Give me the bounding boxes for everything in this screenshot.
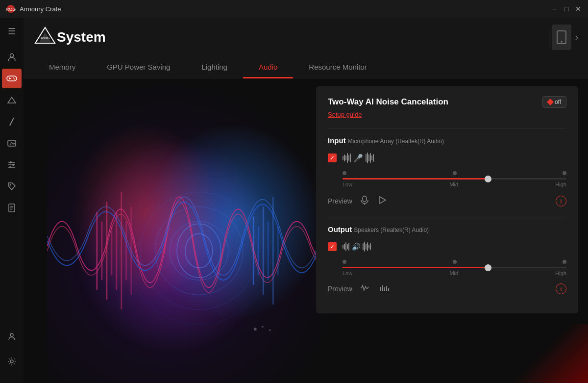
app-icon: ROG: [6, 4, 16, 14]
input-section: Input Microphone Array (Realtek(R) Audio…: [328, 128, 566, 217]
output-slider-dots: [343, 260, 566, 264]
input-play-button[interactable]: [377, 194, 389, 208]
sidebar-item-settings[interactable]: [2, 352, 22, 371]
sidebar-item-gamevisual[interactable]: [2, 133, 22, 153]
svg-rect-41: [121, 192, 122, 310]
speaker-icon: 🔊: [352, 243, 360, 251]
noise-cancel-card: Two-Way AI Noise Cancelation off Setup g…: [316, 86, 578, 313]
output-preview-label: Preview: [328, 285, 352, 293]
sidebar-item-menu[interactable]: ☰: [2, 22, 22, 41]
input-slider-section: Low Mid High: [343, 171, 566, 187]
right-panel: Two-Way AI Noise Cancelation off Setup g…: [306, 75, 588, 383]
output-slider-section: Low Mid High: [343, 260, 566, 276]
input-slider-labels: Low Mid High: [343, 181, 566, 187]
output-section: Output Speakers (Realtek(R) Audio) �: [328, 217, 566, 304]
microphone-icon: 🎤: [353, 153, 363, 163]
svg-point-12: [10, 161, 12, 163]
svg-rect-49: [277, 227, 279, 276]
svg-rect-3: [7, 76, 17, 81]
sidebar-item-manual[interactable]: [2, 198, 22, 218]
card-title: Two-Way AI Noise Cancelation: [328, 97, 448, 107]
input-waveform: 🎤: [343, 151, 374, 165]
output-slider-labels: Low Mid High: [343, 270, 566, 276]
sidebar-item-triangle[interactable]: [2, 90, 22, 110]
output-info-icon[interactable]: i: [556, 283, 566, 294]
main-layout: ☰: [0, 18, 588, 383]
slider-dot-low-out: [343, 260, 346, 264]
sidebar-item-user[interactable]: [2, 47, 22, 67]
input-slider-dots: [343, 171, 566, 175]
output-slider-thumb[interactable]: [485, 264, 491, 271]
svg-rect-39: [111, 227, 112, 276]
svg-point-13: [12, 164, 14, 166]
minimize-button[interactable]: ─: [551, 5, 559, 13]
output-waveform: 🔊: [343, 239, 371, 254]
svg-rect-44: [253, 217, 254, 285]
output-checkbox[interactable]: [328, 242, 337, 251]
tab-audio[interactable]: Audio: [243, 57, 293, 78]
slider-dot-high: [563, 171, 566, 175]
svg-text:ROG: ROG: [6, 7, 16, 12]
svg-rect-45: [258, 227, 259, 276]
sidebar-item-sliders[interactable]: [2, 155, 22, 175]
slider-dot-mid: [453, 171, 457, 175]
svg-rect-37: [101, 222, 102, 281]
svg-rect-46: [263, 207, 264, 295]
tab-resource[interactable]: Resource Monitor: [293, 57, 382, 78]
svg-point-14: [9, 166, 11, 168]
input-mic-button[interactable]: [358, 193, 371, 209]
input-preview-row: Preview: [328, 193, 566, 209]
svg-point-51: [262, 326, 264, 328]
output-device: Speakers (Realtek(R) Audio): [354, 227, 429, 233]
output-label-high: High: [555, 270, 566, 276]
input-info-icon[interactable]: i: [556, 196, 566, 206]
output-eq-button[interactable]: [378, 282, 392, 296]
sidebar-item-tag[interactable]: [2, 177, 22, 196]
slider-dot-mid-out: [453, 260, 457, 264]
output-waveform-button[interactable]: [358, 282, 372, 296]
toggle-diamond-icon: [547, 99, 554, 105]
toggle-label: off: [555, 99, 561, 105]
sidebar-item-account[interactable]: [2, 326, 22, 346]
input-slider-fill: [343, 178, 488, 179]
svg-point-20: [10, 333, 13, 336]
tab-gpu[interactable]: GPU Power Saving: [91, 57, 186, 78]
app-title: Armoury Crate: [20, 5, 61, 13]
close-button[interactable]: ✕: [574, 5, 582, 13]
sidebar-item-slash[interactable]: [2, 112, 22, 131]
tab-memory[interactable]: Memory: [33, 57, 91, 78]
maximize-button[interactable]: □: [563, 5, 570, 13]
device-chevron-icon[interactable]: ›: [575, 32, 578, 43]
input-label-mid: Mid: [449, 181, 458, 187]
device-button[interactable]: [552, 25, 571, 50]
header-right: ›: [552, 25, 578, 50]
svg-rect-47: [268, 222, 269, 281]
input-slider-track: [343, 178, 566, 179]
svg-rect-48: [272, 197, 274, 305]
toggle-off-button[interactable]: off: [542, 96, 566, 108]
svg-point-7: [14, 78, 15, 79]
svg-rect-53: [363, 196, 367, 202]
title-bar: ROG Armoury Crate ─ □ ✕: [0, 0, 588, 18]
svg-rect-43: [130, 207, 132, 295]
tab-lighting[interactable]: Lighting: [186, 57, 243, 78]
tabs-bar: Memory GPU Power Saving Lighting Audio R…: [24, 57, 588, 78]
output-label-mid: Mid: [449, 270, 458, 276]
input-slider[interactable]: [343, 178, 566, 179]
waveform-svg: [47, 75, 351, 383]
input-header: Input Microphone Array (Realtek(R) Audio…: [328, 136, 566, 145]
output-slider[interactable]: [343, 267, 566, 268]
audio-background-visual: [47, 75, 351, 383]
input-device: Microphone Array (Realtek(R) Audio): [348, 138, 444, 145]
svg-point-26: [561, 41, 563, 43]
window-controls: ─ □ ✕: [551, 5, 582, 13]
input-checkbox[interactable]: [328, 153, 337, 162]
output-label-low: Low: [343, 270, 352, 276]
svg-point-2: [10, 54, 14, 57]
sidebar-item-gamepad[interactable]: [2, 69, 22, 88]
setup-guide-link[interactable]: Setup guide: [328, 111, 566, 118]
input-slider-thumb[interactable]: [485, 176, 491, 182]
card-header: Two-Way AI Noise Cancelation off: [328, 96, 566, 108]
header: ROG System ›: [24, 18, 588, 57]
output-slider-fill: [343, 267, 488, 268]
